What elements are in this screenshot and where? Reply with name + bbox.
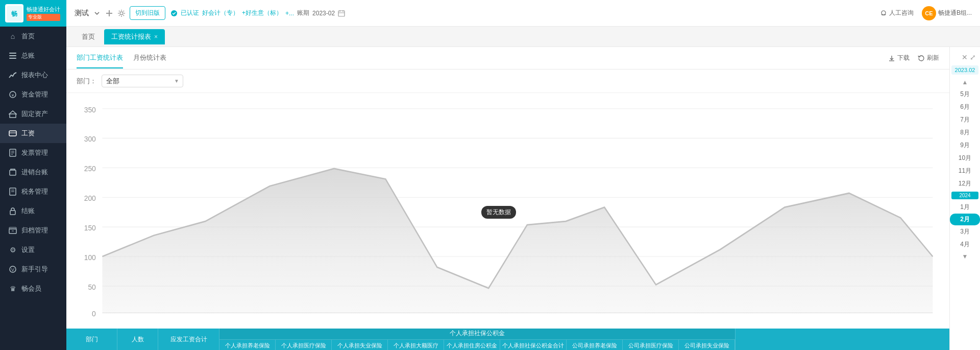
calendar-icon[interactable]: [338, 10, 345, 17]
sidebar-item-vip[interactable]: ♛ 畅会员: [0, 279, 66, 298]
svg-rect-3: [9, 55, 16, 56]
content-area: 部门工资统计表 月份统计表 下载: [66, 47, 980, 350]
tab-salary-report[interactable]: 工资统计报表 ×: [104, 29, 165, 44]
invoice-icon: [8, 148, 17, 157]
add-icon[interactable]: [105, 9, 113, 17]
table-footer: 部门 人数 应发工资合计 个人承担社保公积金 个人承担养老保险 个人承担医疗保险: [66, 329, 949, 350]
month-aug[interactable]: 8月: [950, 126, 980, 139]
sidebar-item-home[interactable]: ⌂ 首页: [0, 27, 66, 46]
sidebar-item-newguide[interactable]: V 新手引导: [0, 260, 66, 279]
sidebar-item-salary[interactable]: 工资: [0, 124, 66, 143]
month-may[interactable]: 5月: [950, 88, 980, 101]
subtabs-bar: 部门工资统计表 月份统计表 下载: [66, 47, 949, 69]
sidebar: 畅 畅捷通好会计 专业版 ⌂ 首页 总账: [0, 0, 66, 350]
year-label[interactable]: 2023.02: [951, 65, 978, 75]
certified-icon: [170, 10, 178, 17]
month-sep[interactable]: 9月: [950, 139, 980, 152]
title-dropdown[interactable]: [94, 10, 100, 16]
sidebar-item-ledger[interactable]: 总账: [0, 46, 66, 65]
col-company-pension: 公司承担养老保险: [567, 340, 623, 351]
sidebar-item-reports[interactable]: 报表中心: [0, 65, 66, 85]
tab-close-button[interactable]: ×: [154, 33, 158, 40]
svg-point-32: [881, 11, 886, 15]
human-service-button[interactable]: 人工咨询: [880, 9, 914, 17]
sidebar-item-assets[interactable]: 固定资产: [0, 104, 66, 124]
subtab-dept[interactable]: 部门工资统计表: [77, 48, 123, 68]
col-company-medical: 公司承担医疗保险: [623, 340, 679, 351]
month-jul[interactable]: 7月: [950, 113, 980, 126]
main-area: 测试 切到旧版 已认证 好会计（专） +好生意（标）: [66, 0, 980, 350]
next-year-button[interactable]: ▼: [950, 251, 980, 262]
sidebar-item-archive[interactable]: 归档管理: [0, 221, 66, 240]
salary-icon: [8, 129, 17, 138]
col-personal-pension: 个人承担养老保险: [219, 340, 276, 351]
funds-icon: ¥: [8, 90, 17, 99]
refresh-button[interactable]: 刷新: [918, 54, 939, 62]
col-personal-housing: 个人承担住房公积金: [444, 340, 500, 351]
col-company-unemployment: 公司承担失业保险: [679, 340, 735, 351]
app-logo: 畅 畅捷通好会计 专业版: [0, 0, 66, 27]
panel-close-button[interactable]: ✕: [962, 53, 968, 61]
status-biz: +好生意（标）: [242, 9, 282, 17]
month-oct[interactable]: 10月: [950, 152, 980, 165]
download-button[interactable]: 下载: [888, 54, 910, 62]
svg-text:250: 250: [84, 165, 96, 173]
svg-rect-14: [10, 170, 16, 175]
month-feb-2024[interactable]: 2月: [950, 214, 980, 225]
svg-text:100: 100: [84, 253, 96, 262]
svg-text:50: 50: [88, 283, 95, 291]
tab-home[interactable]: 首页: [75, 29, 102, 44]
svg-text:0: 0: [92, 310, 96, 318]
panel-expand-button[interactable]: ⤢: [970, 53, 976, 61]
col-count: 人数: [117, 329, 158, 350]
month-jan-2024[interactable]: 1月: [950, 201, 980, 214]
sidebar-item-settings[interactable]: ⚙ 设置: [0, 240, 66, 260]
username-label: 畅捷通B组...: [938, 9, 972, 17]
svg-rect-28: [338, 11, 345, 16]
period-value: 2023-02: [312, 10, 335, 17]
svg-text:350: 350: [84, 105, 96, 114]
month-apr-2024[interactable]: 4月: [950, 238, 980, 251]
switch-version-button[interactable]: 切到旧版: [130, 6, 165, 20]
sidebar-label-salary: 工资: [21, 129, 35, 138]
sidebar-item-closing[interactable]: 结账: [0, 201, 66, 221]
period-label: 账期: [297, 9, 309, 17]
chart-tooltip: 暂无数据: [481, 206, 516, 219]
svg-rect-7: [10, 114, 16, 118]
status-accounting: 好会计（专）: [202, 9, 239, 17]
subtab-month[interactable]: 月份统计表: [133, 48, 166, 68]
dept-select-wrapper: 全部 销售部 技术部 财务部 行政部 ▼: [102, 75, 183, 87]
sidebar-item-funds[interactable]: ¥ 资金管理: [0, 85, 66, 104]
ledger-icon: [8, 51, 17, 60]
col-personal-subtotal: 个人承担社保公积金合计: [500, 340, 567, 351]
user-avatar-area[interactable]: CE 畅捷通B组...: [922, 6, 972, 20]
month-dec[interactable]: 12月: [950, 177, 980, 190]
sidebar-label-assets: 固定资产: [21, 109, 48, 119]
sidebar-label-tax: 税务管理: [21, 187, 48, 196]
month-jun[interactable]: 6月: [950, 101, 980, 113]
tax-icon: [8, 187, 17, 196]
month-mar-2024[interactable]: 3月: [950, 225, 980, 238]
dept-select[interactable]: 全部 销售部 技术部 财务部 行政部: [102, 75, 183, 87]
sidebar-label-ledger: 总账: [21, 51, 35, 60]
col-personal-major-medical: 个人承担大额医疗: [388, 340, 444, 351]
month-nov[interactable]: 11月: [950, 165, 980, 177]
prev-year-button[interactable]: ▲: [950, 77, 980, 88]
svg-rect-2: [9, 53, 16, 54]
subtab-left: 部门工资统计表 月份统计表: [77, 48, 166, 68]
sidebar-label-closing: 结账: [21, 206, 35, 216]
gear-icon[interactable]: [117, 9, 126, 17]
avatar: CE: [922, 6, 936, 20]
refresh-icon: [918, 55, 925, 62]
group-header-personal: 个人承担社保公积金: [219, 329, 735, 340]
svg-rect-8: [9, 131, 16, 136]
filter-label: 部门：: [77, 77, 96, 86]
sidebar-menu: ⌂ 首页 总账 报表中心: [0, 27, 66, 350]
headset-icon: [880, 10, 887, 17]
topbar: 测试 切到旧版 已认证 好会计（专） +好生意（标）: [66, 0, 980, 27]
sidebar-item-sales[interactable]: 进销台账: [0, 162, 66, 182]
svg-text:畅: 畅: [11, 10, 17, 17]
sidebar-item-tax[interactable]: 税务管理: [0, 182, 66, 201]
col-personal-medical: 个人承担医疗保险: [276, 340, 332, 351]
sidebar-item-invoice[interactable]: 发票管理: [0, 143, 66, 162]
